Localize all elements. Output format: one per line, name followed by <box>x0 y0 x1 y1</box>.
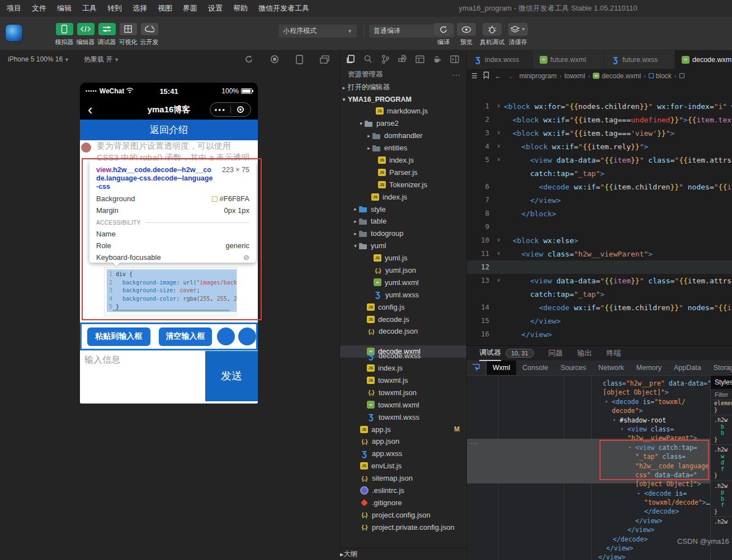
send-button[interactable]: 发送 <box>205 351 258 401</box>
tree-item-Tokenizer.js[interactable]: JSTokenizer.js <box>340 178 466 191</box>
tree-item-table[interactable]: ▸table <box>340 215 466 227</box>
tab-styles[interactable]: Styles <box>711 376 732 389</box>
menu-item-文件[interactable]: 文件 <box>32 3 46 13</box>
action-button-预览[interactable]: 预览 <box>457 23 476 46</box>
tree-item-config.js[interactable]: JSconfig.js <box>340 301 466 313</box>
styles-filter-input[interactable]: Filter <box>711 389 732 400</box>
tree-item-yuml[interactable]: ▾yuml <box>340 240 466 252</box>
horizontal-scrollbar[interactable] <box>112 310 230 311</box>
device-select[interactable]: iPhone 5 100% 16▼ <box>8 55 69 63</box>
element-tree-row[interactable]: [object Object]"> <box>467 480 710 488</box>
element-tree-row[interactable]: </decode> <box>467 507 710 516</box>
tree-item-.eslintrc.js[interactable]: .eslintrc.js <box>340 485 466 497</box>
devtool-tab-Storage[interactable]: Storage <box>707 360 732 375</box>
fold-chevron-icon[interactable]: ∨ <box>497 126 500 139</box>
expand-arrow-icon[interactable]: ▾ <box>613 416 616 425</box>
breadcrumb-item-towxml[interactable]: towxml <box>564 72 585 80</box>
phone-view-icon[interactable] <box>296 55 303 64</box>
tree-item-decode.json[interactable]: {..}decode.json <box>340 325 466 338</box>
tree-item-index.js[interactable]: JSindex.js <box>340 154 466 167</box>
outline-section[interactable]: ▸大纲 <box>340 548 466 560</box>
tab-future.wxml[interactable]: ‹›future.wxml <box>533 50 605 69</box>
toolbar-button-可视化[interactable]: 可视化 <box>117 23 139 46</box>
menu-item-转到[interactable]: 转到 <box>107 3 122 13</box>
tree-item-markdown.js[interactable]: JSmarkdown.js <box>340 105 466 117</box>
tab-index.wxss[interactable]: Ʒindex.wxss <box>467 50 533 69</box>
tree-item-yuml.js[interactable]: JSyuml.js <box>340 252 466 264</box>
menu-item-选择[interactable]: 选择 <box>133 3 147 13</box>
tree-item-yuml.wxss[interactable]: Ʒyuml.wxss <box>340 288 466 301</box>
toolbar-button-调试器[interactable]: 调试器 <box>96 23 117 46</box>
element-tree-row[interactable]: </view> <box>467 553 710 560</box>
tree-item-yuml.json[interactable]: {..}yuml.json <box>340 264 466 277</box>
capsule-target-icon[interactable] <box>231 106 251 113</box>
inspect-element-icon[interactable] <box>467 360 487 375</box>
refresh-icon[interactable] <box>244 55 253 64</box>
element-tree-row[interactable]: </decode> <box>467 535 710 544</box>
tree-item-yuml.wxml[interactable]: ‹›yuml.wxml <box>340 276 466 288</box>
action-button-清缓存[interactable]: ▼清缓存 <box>508 23 528 46</box>
element-tree-row[interactable]: </view> <box>467 516 710 525</box>
capsule-menu[interactable]: ●●● <box>210 102 251 117</box>
devtool-tab-Memory[interactable]: Memory <box>630 360 668 375</box>
devtool-tab-Wxml[interactable]: Wxml <box>487 360 516 375</box>
devtool-tab-Network[interactable]: Network <box>592 360 630 375</box>
multi-window-icon[interactable] <box>320 55 329 64</box>
project-root-section[interactable]: ▾YMA16_PROGRAM <box>340 93 466 105</box>
expand-arrow-icon[interactable]: ▾ <box>621 425 624 434</box>
fold-chevron-icon[interactable]: ∨ <box>497 153 500 165</box>
tree-item-entities[interactable]: ▸entities <box>340 142 466 154</box>
paste-to-input-button[interactable]: 粘贴到输入框 <box>87 328 150 346</box>
breadcrumb-item-decode.wxml[interactable]: decode.wxml <box>602 72 641 80</box>
tab-终端[interactable]: 终端 <box>607 348 621 358</box>
fold-chevron-icon[interactable]: ∨ <box>497 234 500 246</box>
tree-item-index.js[interactable]: JSindex.js <box>340 191 466 203</box>
menu-item-帮助[interactable]: 帮助 <box>233 3 248 13</box>
circle-button[interactable] <box>217 328 235 345</box>
forward-arrow-icon[interactable]: → <box>507 72 514 80</box>
toolbar-button-云开发[interactable]: 云开发 <box>139 23 160 46</box>
source-control-icon[interactable] <box>380 54 390 64</box>
tea-icon[interactable] <box>432 54 442 64</box>
circle-button[interactable] <box>238 328 256 345</box>
tree-item-style[interactable]: ▸style <box>340 203 466 215</box>
expand-arrow-icon[interactable]: ▾ <box>605 397 608 406</box>
element-tree-row[interactable]: "towxml/decode">… <box>467 498 710 507</box>
menu-item-视图[interactable]: 视图 <box>158 3 172 13</box>
breadcrumb-item-block[interactable]: block <box>656 72 672 80</box>
breadcrumb-item-miniprogram[interactable]: miniprogram <box>520 72 557 80</box>
toolbar-button-模拟器[interactable]: 模拟器 <box>54 23 75 46</box>
fold-chevron-icon[interactable]: ∨ <box>497 274 500 286</box>
mode-select[interactable]: 小程序模式 ▼ <box>278 25 357 37</box>
more-actions-icon[interactable]: ··· <box>452 71 461 79</box>
element-tree-row[interactable]: decode"> <box>467 406 710 415</box>
clear-input-button[interactable]: 清空输入框 <box>159 328 212 346</box>
tree-item-todogroup[interactable]: ▸todogroup <box>340 227 466 240</box>
tree-item-towxml.wxss[interactable]: Ʒtowxml.wxss <box>340 411 466 423</box>
window-icon[interactable] <box>415 54 425 64</box>
tree-item-app.js[interactable]: JSapp.jsM <box>340 423 466 435</box>
open-editors-section[interactable]: ▸打开的编辑器 <box>340 82 466 93</box>
tree-item-project.private.config.json[interactable]: {..}project.private.config.json <box>340 521 466 533</box>
element-tree-row[interactable]: ▸<decode is= <box>467 489 710 498</box>
highlighted-code-block[interactable]: 1div {2 background-image: url("images/ba… <box>104 267 237 316</box>
tree-item-project.config.json[interactable]: {..}project.config.json <box>340 509 466 521</box>
element-tree-row[interactable]: ▾<view class= <box>467 425 710 434</box>
element-tree-row[interactable]: </view> <box>467 525 710 534</box>
tab-问题[interactable]: 问题 <box>549 348 563 358</box>
stop-record-icon[interactable] <box>270 55 279 64</box>
element-tree-row[interactable]: </view> <box>467 544 710 553</box>
fold-chevron-icon[interactable]: ∨ <box>497 99 500 112</box>
hot-reload-toggle[interactable]: 热重载 开▼ <box>84 55 119 64</box>
menu-item-项目[interactable]: 项目 <box>7 3 21 13</box>
outline-list-icon[interactable]: ☰ <box>471 72 478 80</box>
action-button-编译[interactable]: 编译 <box>434 23 453 46</box>
collapse-panel-icon[interactable] <box>450 54 460 64</box>
devtool-tab-Sources[interactable]: Sources <box>554 360 592 375</box>
search-icon[interactable] <box>363 54 373 64</box>
tree-item-.gitignore[interactable]: .gitignore <box>340 497 466 509</box>
menu-item-微信开发者工具[interactable]: 微信开发者工具 <box>258 3 309 13</box>
toolbar-button-编辑器[interactable]: 编辑器 <box>75 23 96 46</box>
menu-item-工具[interactable]: 工具 <box>82 3 97 13</box>
tree-item-decode.js[interactable]: JSdecode.js <box>340 313 466 325</box>
